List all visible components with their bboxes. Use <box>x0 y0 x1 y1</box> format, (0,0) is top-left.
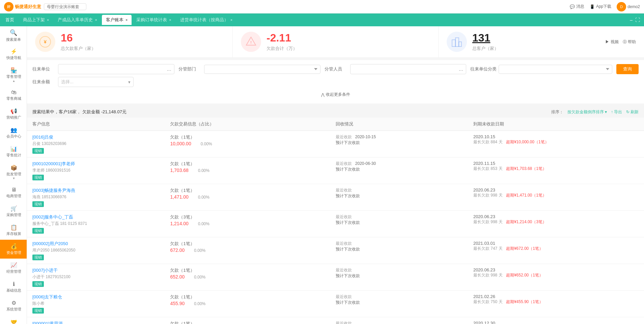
customer-phone: 小进干 18279152100 <box>32 274 170 280</box>
tab-product-off[interactable]: 商品上下架 × <box>19 15 53 25</box>
sidebar-item-enterprise[interactable]: 🤝 企业协同 <box>0 315 27 324</box>
tab-close-stock-summary[interactable]: × <box>230 18 232 22</box>
retail-mall-icon: 🛍 <box>11 89 17 95</box>
sidebar-item-base-info[interactable]: ℹ 基础信息 <box>0 277 27 296</box>
balance-dropdown[interactable]: 选择... ▾ <box>58 77 134 87</box>
next-payment-label: 预计下次收款 <box>336 140 473 146</box>
view-btn[interactable]: ▶ 视频 <box>605 39 618 45</box>
tab-produce-history[interactable]: 产成品入库单历史 × <box>54 15 101 25</box>
overdue-days: 最长欠款 998 天 <box>473 193 505 198</box>
export-btn[interactable]: ↑ 导出 <box>611 109 622 115</box>
debt-percent: 0.00% <box>194 301 205 306</box>
tab-close-customer-account[interactable]: × <box>125 18 128 22</box>
customer-name[interactable]: [0007]小进干 <box>32 267 170 273</box>
customer-name[interactable]: [0002]服务中心_丁磊 <box>32 214 170 220</box>
overdue-amount[interactable]: 超期¥672.00（1笔） <box>506 246 543 251</box>
logo-icon: 好 <box>4 2 13 11</box>
search-icon: 🔍 <box>10 29 17 36</box>
col-header-debt: 欠款交易信息（占比） <box>170 121 335 127</box>
customer-name[interactable]: [000001]黄思源 <box>32 321 170 324</box>
table-header: 客户信息 欠款交易信息（占比） 回收情况 到期未收款日期 <box>27 118 644 131</box>
filter-balance: 往来余额 选择... ▾ <box>32 77 134 87</box>
sidebar-item-finance[interactable]: 💰 资金管理 <box>0 240 27 259</box>
message-btn[interactable]: 💬 消息 <box>570 4 584 9</box>
customer-phone: 海燕 18513066976 <box>32 194 170 200</box>
from-unit-input[interactable]: ... <box>58 64 174 74</box>
sidebar-item-member[interactable]: 👥 会员中心 <box>0 123 27 142</box>
overdue-amount[interactable]: 超期¥455.90（1笔） <box>506 299 543 304</box>
customer-tag: 现销 <box>32 255 44 260</box>
tab-maximize[interactable]: ⛶ <box>635 17 640 23</box>
tab-stock-summary[interactable]: 进货单统计表（按商品） × <box>176 15 236 25</box>
top-bar-left: 好 畅捷通好生意 母婴行业演示账套 <box>4 2 86 11</box>
customer-name[interactable]: [0003]畅捷服务尹海燕 <box>32 187 170 194</box>
overdue-amount[interactable]: 超期¥652.00（1笔） <box>506 273 543 277</box>
due-date: 2020.06.23 <box>473 267 639 272</box>
stat-total-customers-value: 131 <box>472 32 499 44</box>
last-payment-date <box>353 268 355 272</box>
sidebar-item-quick-nav[interactable]: ⚡ 快捷导航 <box>0 45 27 64</box>
app-download-btn[interactable]: 📱 App下载 <box>590 4 611 9</box>
debt-amount: 455.90 <box>170 301 185 306</box>
tab-close-produce-history[interactable]: × <box>95 18 97 22</box>
sidebar-item-inventory[interactable]: 📋 库存核算 <box>0 221 27 240</box>
customer-name[interactable]: [00010200001]李老师 <box>32 161 170 167</box>
sidebar-item-system[interactable]: ⚙ 系统管理 <box>0 296 27 315</box>
from-unit-dots: ... <box>167 66 171 72</box>
sidebar-search[interactable]: 🔍 搜索菜单 <box>0 26 27 45</box>
filter-row-1: 往来单位 ... 分管部门 分管人员 ... <box>32 64 639 74</box>
expand-bar[interactable]: ⋀ 收起更多条件 <box>32 90 639 99</box>
debt-count: 欠款（1笔） <box>170 161 335 167</box>
dept-select[interactable] <box>204 65 320 74</box>
due-date: 2020.06.23 <box>473 214 639 219</box>
debt-info: 欠款（1笔） 1,471.00 0.00% <box>170 187 335 200</box>
sidebar-item-retail-mgmt[interactable]: 🏪 零售管理 ▲ <box>0 64 27 86</box>
tab-minimize[interactable]: – <box>630 17 633 23</box>
stat-debt-customers: ¥ 16 总欠款客户（家） <box>27 26 233 57</box>
due-date: 2020.11.15 <box>473 161 639 166</box>
sidebar-item-purchase[interactable]: 🛒 采购管理 <box>0 202 27 221</box>
last-payment-date <box>353 294 355 299</box>
last-payment-label: 最近收款 <box>336 161 352 166</box>
filter-dept: 分管部门 <box>178 65 320 74</box>
unit-type-select[interactable] <box>499 65 612 74</box>
manager-label: 分管人员 <box>325 66 348 72</box>
customer-info: [0016]吕俊 吕俊 13026203696 现销 <box>32 134 170 154</box>
store-select[interactable]: 母婴行业演示账套 <box>44 3 86 10</box>
sidebar-item-ecommerce[interactable]: 🖥 电商管理 <box>0 183 27 202</box>
overdue-amount[interactable]: 超期¥1,471.00（1笔） <box>506 193 547 198</box>
sidebar-item-operations[interactable]: 📈 经营管理 <box>0 259 27 277</box>
debt-info: 欠款（1笔） 10,000.00 0.00% <box>170 134 335 146</box>
customer-name[interactable]: [0016]吕俊 <box>32 134 170 140</box>
tab-customer-account[interactable]: 客户账本 × <box>102 15 132 25</box>
stat-total-customers: 131 总客户（家） ▶ 视频 ⓪ 帮助 <box>439 26 644 57</box>
tab-purchase-order[interactable]: 采购订单统计表 × <box>132 15 175 25</box>
help-btn[interactable]: ⓪ 帮助 <box>623 39 636 45</box>
refresh-btn[interactable]: ↻ 刷新 <box>626 109 639 115</box>
overdue-amount[interactable]: 超期¥10,000.00（1笔） <box>506 140 549 144</box>
unit-type-label: 往来单位分类 <box>470 66 497 72</box>
tab-close-purchase-order[interactable]: × <box>169 18 171 22</box>
search-button[interactable]: 查询 <box>616 64 639 74</box>
sort-select[interactable]: 按欠款金额倒序排序 ▾ <box>567 109 607 115</box>
overdue-amount[interactable]: 超期¥1,703.68（1笔） <box>506 166 547 171</box>
customer-tag: 现销 <box>32 201 44 207</box>
user-menu[interactable]: D demo2 <box>617 2 640 11</box>
svg-text:¥: ¥ <box>44 39 47 45</box>
overdue-amount[interactable]: 超期¥1,214.00（3笔） <box>506 219 547 224</box>
last-payment-label: 最近收款 <box>336 188 352 193</box>
tab-home[interactable]: 首页 <box>1 15 18 25</box>
tab-close-product-off[interactable]: × <box>47 18 49 22</box>
sidebar-item-batch-mgmt[interactable]: 📦 批发管理 ▼ <box>0 161 27 183</box>
customer-info: [000001]黄思源 黄思源 13552700226 现销 <box>32 321 170 324</box>
sidebar-item-retail-mall[interactable]: 🛍 零售商城 <box>0 86 27 105</box>
customer-name[interactable]: [000002]用户2050 <box>32 241 170 247</box>
manager-input[interactable]: ... <box>350 64 467 74</box>
customer-name[interactable]: [0006]去下粮仓 <box>32 294 170 300</box>
next-payment-label: 预计下次收款 <box>336 167 473 172</box>
sidebar-item-retail-stats[interactable]: 📊 零售统计 <box>0 142 27 161</box>
tab-actions: – ⛶ <box>627 17 643 23</box>
debt-percent: 0.00% <box>198 195 209 200</box>
base-info-icon: ℹ <box>13 281 15 287</box>
sidebar-item-marketing[interactable]: 📢 营销推广 <box>0 105 27 123</box>
